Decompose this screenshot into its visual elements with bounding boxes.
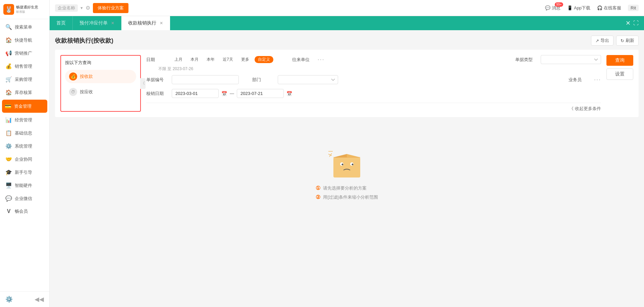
partner-label: 往来单位 [292, 57, 312, 63]
sidebar-item-marketing[interactable]: 📢 营销推广 [0, 47, 49, 60]
date-group: 上月 本月 本年 近7天 更多 自定义 [172, 56, 273, 63]
message-badge: 99+ [555, 2, 563, 7]
sidebar-item-system[interactable]: ⚙️ 系统管理 [0, 140, 49, 153]
sidebar-item-label: 采购管理 [15, 76, 32, 83]
solution-button[interactable]: 体验行业方案 [93, 3, 128, 13]
date-btn-last-month[interactable]: 上月 [172, 56, 185, 63]
empty-text: ① 请先选择要分析的方案 ② 用[过滤]条件来缩小分析范围 [316, 185, 378, 200]
sidebar-item-label: 畅会员 [15, 208, 28, 214]
empty-hint-2: ② 用[过滤]条件来缩小分析范围 [316, 194, 378, 200]
filter-form: 日期 上月 本月 本年 近7天 更多 自定义 往来单位 [146, 55, 601, 112]
receipt-option-icon: 💰 [69, 72, 77, 81]
voucher-type-label: 单据类型 [515, 57, 535, 63]
tab-receipt[interactable]: 收款核销执行 ✕ [121, 16, 170, 30]
verify-date-start[interactable] [172, 89, 219, 98]
tabbar-expand-icon[interactable]: ⛶ [633, 20, 639, 26]
tab-home[interactable]: 首页 [50, 16, 73, 30]
sidebar-item-enterprise[interactable]: 🤝 企业协同 [0, 153, 49, 166]
date-separator: — [230, 91, 234, 96]
dept-select[interactable] [278, 75, 338, 84]
logo-area: 🐰 畅捷通好生意 标准版 [0, 0, 49, 19]
sidebar-item-search[interactable]: 🔍 搜索菜单 [0, 20, 49, 34]
tabbar-close-icon[interactable]: ✕ [626, 19, 631, 27]
voucher-input[interactable] [172, 75, 239, 84]
topbar-left: 企业名称 ▾ ⚙ 体验行业方案 [55, 3, 128, 13]
sidebar-item-member[interactable]: V 畅会员 [0, 205, 49, 218]
marketing-icon: 📢 [5, 50, 12, 56]
service-label: 在线客服 [604, 5, 621, 11]
topbar-chevron-icon[interactable]: ▾ [80, 5, 83, 10]
sidebar-item-basic[interactable]: 📋 基础信息 [0, 126, 49, 140]
filter-type-title: 按以下方查询 [65, 60, 136, 66]
sidebar-item-purchase[interactable]: 🛒 采购管理 [0, 73, 49, 86]
verify-date-label: 核销日期 [146, 91, 166, 97]
partner-dots[interactable]: ··· [318, 56, 325, 63]
sidebar-item-guide[interactable]: 🎓 新手引导 [0, 166, 49, 179]
app-download-button[interactable]: 📱 App下载 [567, 5, 590, 11]
more-conditions-label: 收起更多条件 [575, 106, 601, 112]
calendar-start-icon[interactable]: 📅 [221, 91, 227, 96]
filter-option-receipt[interactable]: 💰 按收款 [65, 70, 136, 83]
date-tag-custom[interactable]: 自定义 [255, 56, 273, 63]
filter-collapse-button[interactable]: 《 [140, 78, 146, 89]
system-icon: ⚙️ [5, 143, 12, 149]
empty-svg [327, 144, 367, 181]
empty-illustration [327, 144, 367, 181]
sidebar-item-operation[interactable]: 📊 经营管理 [0, 113, 49, 126]
tab-prepay-label: 预付冲应付单 [79, 20, 108, 26]
sidebar-item-inventory[interactable]: 🏠 库存核算 [0, 86, 49, 99]
export-icon: ↗ [595, 38, 599, 43]
more-conditions-area: 《 收起更多条件 [146, 103, 601, 112]
filter-main: 日期 上月 本月 本年 近7天 更多 自定义 往来单位 [146, 55, 633, 112]
collapse-sidebar-icon[interactable]: ◀◀ [35, 296, 44, 303]
sidebar-item-label: 智能硬件 [15, 183, 32, 189]
sidebar-item-sales[interactable]: 💰 销售管理 [0, 60, 49, 73]
app-download-label: App下载 [574, 5, 590, 11]
more-conditions-button[interactable]: 《 收起更多条件 [569, 106, 601, 112]
staff-dots[interactable]: ··· [594, 76, 601, 83]
calendar-end-icon[interactable]: 📅 [286, 91, 292, 96]
message-button[interactable]: 💬 消息 99+ [545, 5, 560, 11]
search-icon: 🔍 [5, 24, 12, 30]
filter-type-selector: 按以下方查询 💰 按收款 ⏱ 按应收 《 [60, 55, 141, 112]
hardware-icon: 🖥️ [5, 182, 12, 189]
topbar-gear-icon[interactable]: ⚙ [86, 5, 90, 11]
sales-icon: 💰 [5, 63, 12, 69]
sidebar-item-label: 库存核算 [15, 90, 32, 96]
sidebar-item-finance[interactable]: 💳 资金管理 [2, 100, 47, 113]
user-info[interactable]: Rit [628, 5, 639, 11]
tab-prepay-close-icon[interactable]: ✕ [111, 21, 114, 25]
message-icon: 💬 [545, 5, 550, 10]
tabbar: 首页 预付冲应付单 ✕ 收款核销执行 ✕ ✕ ⛶ [50, 16, 644, 30]
sidebar: 🐰 畅捷通好生意 标准版 🔍 搜索菜单 🏠 快捷导航 📢 营销推广 💰 销售管理… [0, 0, 50, 307]
topbar-right: 💬 消息 99+ 📱 App下载 🎧 在线客服 Rit [545, 5, 639, 11]
date-btn-this-year[interactable]: 本年 [204, 56, 217, 63]
quick-icon: 🏠 [5, 37, 12, 43]
sidebar-item-quick[interactable]: 🏠 快捷导航 [0, 34, 49, 47]
query-button[interactable]: 查询 [606, 55, 633, 66]
date-btn-more[interactable]: 更多 [238, 56, 252, 63]
date-btn-this-month[interactable]: 本月 [188, 56, 201, 63]
setting-button[interactable]: 设置 [606, 68, 633, 80]
tab-receipt-close-icon[interactable]: ✕ [160, 21, 163, 25]
refresh-button[interactable]: ↻ 刷新 [616, 36, 639, 46]
app-icon: 📱 [567, 5, 573, 10]
sidebar-item-wechat[interactable]: 💬 企业微信 [0, 192, 49, 205]
export-button[interactable]: ↗ 导出 [591, 36, 613, 46]
verify-date-end[interactable] [237, 89, 284, 98]
enterprise-icon: 🤝 [5, 156, 12, 162]
finance-icon: 💳 [5, 103, 11, 109]
empty-hint-2-text: 用[过滤]条件来缩小分析范围 [323, 194, 378, 200]
sidebar-item-hardware[interactable]: 🖥️ 智能硬件 [0, 179, 49, 192]
settings-bottom-icon[interactable]: ⚙️ [5, 296, 13, 303]
filter-option-receivable[interactable]: ⏱ 按应收 [65, 85, 136, 99]
export-label: 导出 [600, 38, 609, 44]
svg-point-5 [352, 164, 354, 165]
inventory-icon: 🏠 [5, 89, 12, 96]
voucher-type-select[interactable] [541, 55, 601, 64]
date-btn-7days[interactable]: 近7天 [220, 56, 236, 63]
tabbar-right: ✕ ⛶ [626, 19, 644, 27]
tab-prepay[interactable]: 预付冲应付单 ✕ [73, 16, 121, 30]
online-service-button[interactable]: 🎧 在线客服 [597, 5, 621, 11]
operation-icon: 📊 [5, 117, 12, 123]
